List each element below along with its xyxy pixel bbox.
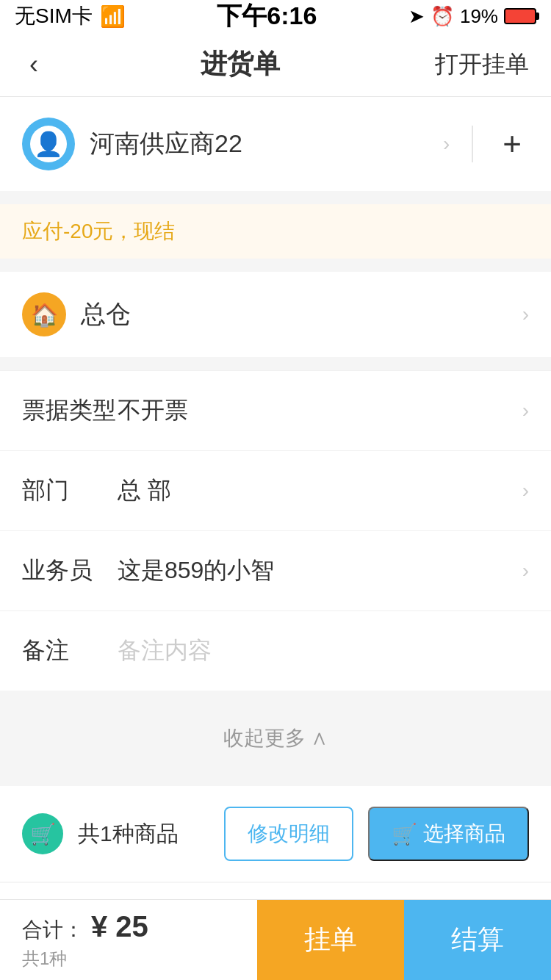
status-carrier: 无SIM卡 📶 <box>15 2 126 30</box>
notice-bar: 应付-20元，现结 <box>0 204 551 259</box>
warehouse-row[interactable]: 🏠 总仓 › <box>0 272 551 357</box>
form-row-remark[interactable]: 备注 备注内容 <box>0 610 551 691</box>
department-chevron-icon: › <box>522 479 529 502</box>
total-sub: 共1种 <box>22 947 235 970</box>
supplier-chevron-icon: › <box>443 132 450 156</box>
cart-icon: 🛒 <box>30 822 56 846</box>
supplier-section: 👤 河南供应商22 › + <box>0 97 551 191</box>
salesperson-label: 业务员 <box>22 555 118 587</box>
form-row-department[interactable]: 部门 总 部 › <box>0 450 551 530</box>
remark-label: 备注 <box>22 635 118 667</box>
status-bar: 无SIM卡 📶 下午6:16 ➤ ⏰ 19% <box>0 0 551 32</box>
warehouse-name: 总仓 <box>81 298 522 331</box>
ticket-chevron-icon: › <box>522 399 529 422</box>
warehouse-chevron-icon: › <box>522 303 529 326</box>
salesperson-value: 这是859的小智 <box>118 555 522 587</box>
products-count: 共1种商品 <box>78 819 209 849</box>
form-row-ticket[interactable]: 票据类型 不开票 › <box>0 370 551 450</box>
supplier-row[interactable]: 👤 河南供应商22 › + <box>0 97 551 191</box>
battery-percent: 19% <box>460 5 498 28</box>
form-row-salesperson[interactable]: 业务员 这是859的小智 › <box>0 530 551 610</box>
form-section: 票据类型 不开票 › 部门 总 部 › 业务员 这是859的小智 › 备注 备注… <box>0 370 551 691</box>
department-value: 总 部 <box>118 475 522 507</box>
notice-text: 应付-20元，现结 <box>22 220 175 242</box>
add-supplier-button[interactable]: + <box>495 128 529 160</box>
warehouse-icon: 🏠 <box>22 292 66 336</box>
ticket-value: 不开票 <box>118 394 522 427</box>
nav-bar: ‹ 进货单 打开挂单 <box>0 32 551 97</box>
supplier-divider <box>472 126 473 162</box>
total-amount: ¥ 25 <box>91 910 148 943</box>
total-row: 合计： ¥ 25 <box>22 910 235 944</box>
location-icon: ➤ <box>408 5 425 28</box>
page-title: 进货单 <box>201 46 280 82</box>
battery-icon <box>504 8 536 24</box>
status-time: 下午6:16 <box>217 0 317 33</box>
bottom-bar: 合计： ¥ 25 共1种 挂单 结算 <box>0 899 551 980</box>
remark-input[interactable]: 备注内容 <box>118 635 529 667</box>
alarm-icon: ⏰ <box>431 5 454 28</box>
products-icon: 🛒 <box>22 813 63 854</box>
open-hang-button[interactable]: 打开挂单 <box>435 48 529 81</box>
collapse-button[interactable]: 收起更多 ∧ <box>0 704 551 773</box>
select-product-label: 选择商品 <box>423 820 505 848</box>
checkout-button[interactable]: 结算 <box>404 900 551 980</box>
supplier-name: 河南供应商22 <box>90 127 443 161</box>
wifi-icon: 📶 <box>100 4 126 29</box>
total-label: 合计： <box>22 916 84 944</box>
department-label: 部门 <box>22 475 118 507</box>
warehouse-section: 🏠 总仓 › <box>0 272 551 357</box>
select-product-button[interactable]: 🛒 选择商品 <box>368 807 529 861</box>
ticket-label: 票据类型 <box>22 394 118 427</box>
back-button[interactable]: ‹ <box>22 42 46 87</box>
total-section: 合计： ¥ 25 共1种 <box>0 900 257 980</box>
select-product-icon: 🛒 <box>392 822 417 846</box>
salesperson-chevron-icon: › <box>522 559 529 583</box>
supplier-avatar-icon: 👤 <box>34 130 63 158</box>
status-right: ➤ ⏰ 19% <box>408 5 536 28</box>
supplier-avatar: 👤 <box>22 118 75 170</box>
modify-detail-button[interactable]: 修改明细 <box>224 807 353 861</box>
products-header: 🛒 共1种商品 修改明细 🛒 选择商品 <box>0 786 551 882</box>
carrier-text: 无SIM卡 <box>15 2 93 30</box>
hang-button[interactable]: 挂单 <box>257 900 404 980</box>
